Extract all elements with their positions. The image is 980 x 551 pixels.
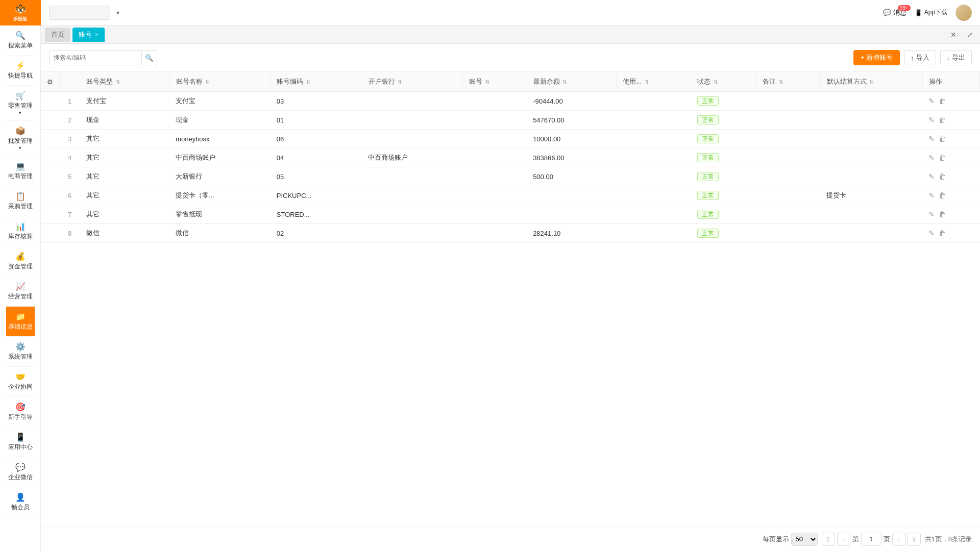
add-account-button[interactable]: + 新增账号 [853,50,900,65]
edit-button-7[interactable]: ✎ [928,229,935,237]
delete-button-6[interactable]: 🗑 [939,210,946,218]
message-button[interactable]: 💬 消息 99+ [883,8,906,17]
sidebar-label-5: 采购管理 [8,202,33,211]
sort-usage-icon: ⇅ [645,79,649,85]
th-bank[interactable]: 开户银行 ⇅ [362,72,463,92]
page-first-button[interactable]: ⟪ [822,533,835,546]
th-account[interactable]: 账号 ⇅ [463,72,527,92]
topbar-search-input[interactable] [49,6,110,20]
row-usage-1 [617,111,691,130]
sidebar-item-搜索菜单[interactable]: 🔍 搜索菜单 [6,26,35,56]
sort-bank-icon: ⇅ [398,79,402,85]
th-remark[interactable]: 备注 ⇅ [756,72,820,92]
gear-icon[interactable]: ⚙ [47,78,53,86]
delete-button-0[interactable]: 🗑 [939,97,946,105]
table-body: 1 支付宝 支付宝 03 -90444.00 正常 ✎ 🗑 2 现金 现金 01… [41,92,980,243]
tab-label-1: 账号 [79,30,92,39]
page-next-button[interactable]: › [892,533,905,546]
sidebar-item-企业协同[interactable]: 🤝 企业协同 [6,367,35,397]
edit-button-2[interactable]: ✎ [928,135,935,143]
row-num-5: 6 [60,186,80,205]
sidebar-item-经营管理[interactable]: 📈 经营管理 [6,277,35,307]
sort-type-icon: ⇅ [116,79,120,85]
page-number-input[interactable] [861,533,881,546]
th-status[interactable]: 状态 ⇅ [691,72,756,92]
th-balance[interactable]: 最新余额 ⇅ [527,72,617,92]
sidebar-item-基础信息[interactable]: 📁 基础信息 [6,307,35,337]
sidebar-item-零售管理[interactable]: 🛒 零售管理 ▾ [6,86,35,121]
tab-label-0: 首页 [51,30,64,39]
tab-账号[interactable]: 账号 × [72,28,105,42]
row-num-1: 2 [60,111,80,130]
edit-button-3[interactable]: ✎ [928,154,935,162]
sidebar-icon-8: 📈 [15,282,26,291]
search-input[interactable] [50,54,141,61]
dropdown-arrow-icon: ▾ [116,9,119,16]
status-badge-6: 正常 [697,210,719,219]
th-usage[interactable]: 使用... ⇅ [617,72,691,92]
row-bank-1 [362,111,463,130]
sidebar-item-快捷导航[interactable]: ⚡ 快捷导航 [6,56,35,86]
tab-首页[interactable]: 首页 [45,28,70,42]
row-bank-6 [362,205,463,224]
page-prev-button[interactable]: ‹ [837,533,850,546]
row-bank-0 [362,92,463,111]
sidebar-item-畅会员[interactable]: 👤 畅会员 [6,487,35,517]
sidebar-item-采购管理[interactable]: 📋 采购管理 [6,186,35,216]
th-code[interactable]: 账号编码 ⇅ [271,72,362,92]
row-type-1: 现金 [80,111,170,130]
sidebar-item-资金管理[interactable]: 💰 资金管理 [6,246,35,277]
edit-button-4[interactable]: ✎ [928,172,935,181]
row-account-2 [463,130,527,148]
edit-button-5[interactable]: ✎ [928,191,935,199]
tab-actions: ✕ ⤢ [947,29,976,41]
delete-button-1[interactable]: 🗑 [939,116,946,124]
sidebar-item-企业微信[interactable]: 💬 企业微信 [6,457,35,487]
table-row: 7 其它 零售抵现 STORED... 正常 ✎ 🗑 [41,205,980,224]
th-default-settlement[interactable]: 默认结算方式 ⇅ [820,72,922,92]
app-name: 乐版版 [13,16,27,22]
delete-button-4[interactable]: 🗑 [939,172,946,181]
tab-close-icon-1[interactable]: × [95,31,99,38]
delete-button-5[interactable]: 🗑 [939,191,946,199]
sidebar-item-系统管理[interactable]: ⚙️ 系统管理 [6,337,35,367]
row-status-4: 正常 [691,167,756,186]
import-label: 导入 [916,53,929,62]
row-balance-0: -90444.00 [527,92,617,111]
page-size-dropdown[interactable]: 50 100 200 [791,533,818,546]
th-name[interactable]: 账号名称 ⇅ [169,72,271,92]
row-name-7: 微信 [169,224,271,243]
sidebar-item-库存核算[interactable]: 📊 库存核算 [6,216,35,246]
delete-button-3[interactable]: 🗑 [939,154,946,162]
sidebar-item-批发管理[interactable]: 📦 批发管理 ▾ [6,121,35,156]
sidebar-icon-0: 🔍 [15,31,26,40]
sort-account-icon: ⇅ [485,79,489,85]
edit-button-1[interactable]: ✎ [928,116,935,124]
user-avatar[interactable] [955,5,972,21]
import-button[interactable]: ↑ 导入 [904,50,936,65]
page-size-label: 每页显示 [763,535,789,544]
sidebar-label-14: 企业微信 [8,473,33,482]
tab-expand-button[interactable]: ⤢ [964,29,976,41]
row-code-4: 05 [271,167,362,186]
edit-button-6[interactable]: ✎ [928,210,935,218]
sidebar-item-应用中心[interactable]: 📱 应用中心 [6,427,35,457]
sidebar-item-新手引导[interactable]: 🎯 新手引导 [6,397,35,427]
export-icon: ↓ [947,54,950,62]
th-type[interactable]: 账号类型 ⇅ [80,72,170,92]
row-name-4: 大新银行 [169,167,271,186]
export-button[interactable]: ↓ 导出 [940,50,972,65]
tab-close-button[interactable]: ✕ [947,29,960,41]
edit-button-0[interactable]: ✎ [928,97,935,105]
row-status-3: 正常 [691,148,756,167]
search-button[interactable]: 🔍 [141,50,157,65]
app-download-button[interactable]: 📱 App下载 [915,8,947,17]
page-last-button[interactable]: ⟫ [908,533,921,546]
sort-code-icon: ⇅ [306,79,310,85]
topbar-dropdown[interactable]: ▾ [116,9,119,16]
sidebar-icon-15: 👤 [15,492,26,502]
sidebar-item-电商管理[interactable]: 💻 电商管理 [6,156,35,186]
delete-button-2[interactable]: 🗑 [939,135,946,143]
row-gear-0 [41,92,60,111]
delete-button-7[interactable]: 🗑 [939,229,946,237]
